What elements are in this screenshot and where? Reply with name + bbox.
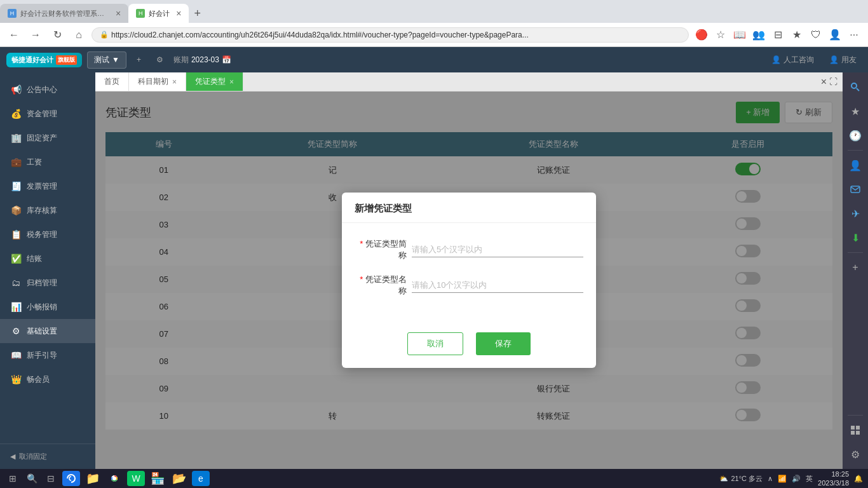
svg-rect-6	[856, 431, 860, 435]
url-box[interactable]: 🔒 https://cloud2.chanjet.com/accounting/…	[92, 27, 689, 43]
systray-caret[interactable]: ∧	[768, 475, 773, 483]
rp-history-btn[interactable]: 🕐	[846, 126, 865, 145]
taskbar-edge2[interactable]: e	[192, 471, 210, 486]
form-row-full: 凭证类型名称	[355, 274, 583, 297]
tab1-close[interactable]: ×	[116, 9, 121, 18]
tab2-close[interactable]: ×	[176, 9, 181, 18]
tab-voucher-close[interactable]: ×	[229, 78, 234, 86]
clock[interactable]: 18:25 2023/3/18	[818, 470, 849, 488]
workspace-name: 测试	[94, 55, 109, 65]
sidebar-item-guide[interactable]: 📖 新手引导	[0, 343, 95, 367]
home-button[interactable]: ⌂	[70, 26, 88, 44]
lang-indicator[interactable]: 英	[806, 474, 813, 484]
rp-user-btn[interactable]: 👤	[846, 156, 865, 175]
start-button[interactable]: ⊞	[5, 471, 20, 486]
form-row-short: 凭证类型简称	[355, 238, 583, 261]
tab-close-btn[interactable]: ×	[821, 76, 827, 88]
input-full-name[interactable]	[412, 278, 583, 293]
sidebar-item-fixed[interactable]: 🏢 固定资产	[0, 126, 95, 150]
weather-widget[interactable]: ⛅ 21°C 多云	[719, 474, 763, 484]
sidebar-label-notice: 公告中心	[27, 85, 57, 95]
split-btn[interactable]: ⊟	[769, 26, 787, 44]
sidebar-item-capital[interactable]: 💰 资金管理	[0, 102, 95, 126]
rp-download-btn[interactable]: ⬇	[846, 228, 865, 247]
svg-point-8	[112, 477, 116, 480]
save-button[interactable]: 保存	[476, 332, 531, 355]
sidebar-item-notice[interactable]: 📢 公告中心	[0, 78, 95, 102]
workspace-selector[interactable]: 测试 ▼	[87, 51, 126, 69]
bookmark-btn[interactable]: ☆	[712, 26, 729, 44]
extensions-btn[interactable]: 🔴	[693, 26, 710, 44]
sidebar-item-tax[interactable]: 📋 税务管理	[0, 222, 95, 247]
task-view-btn[interactable]: ⊟	[43, 471, 58, 486]
unpin-btn[interactable]: ◀ 取消固定	[5, 449, 90, 464]
main-layout: 📢 公告中心 💰 资金管理 🏢 固定资产 💼 工资 🧾 发票管理 📦 库存核算 …	[0, 72, 868, 469]
wifi-icon: 📶	[778, 475, 787, 483]
back-button[interactable]: ←	[5, 26, 23, 44]
tab-subject-close[interactable]: ×	[172, 78, 177, 86]
rp-msg-btn[interactable]: ✈	[846, 204, 865, 223]
rp-sep2	[848, 252, 863, 253]
calendar-icon[interactable]: 📅	[222, 55, 231, 64]
more-btn[interactable]: ···	[845, 26, 863, 44]
sidebar-item-settle[interactable]: ✅ 结账	[0, 247, 95, 271]
rp-settings-btn[interactable]: ⚙	[846, 445, 865, 464]
content-tab-subject[interactable]: 科目期初 ×	[129, 72, 186, 91]
consult-btn[interactable]: 👤 人工咨询	[766, 52, 819, 68]
user-btn[interactable]: 👤 用友	[824, 52, 862, 68]
svg-point-0	[851, 83, 857, 88]
taskbar-explorer[interactable]: 📁	[84, 471, 102, 486]
add-workspace-btn[interactable]: +	[132, 53, 146, 67]
sidebar-item-inventory[interactable]: 📦 库存核算	[0, 198, 95, 222]
notification-icon[interactable]: 🔔	[854, 475, 863, 483]
sidebar-footer: ◀ 取消固定	[0, 444, 95, 469]
taskbar-search[interactable]: 🔍	[24, 471, 39, 486]
tax-icon: 📋	[10, 229, 22, 240]
collect-btn[interactable]: 🛡	[807, 26, 825, 44]
browser-tab-1[interactable]: H 好会计云财务软件管理系统_会计 ×	[0, 4, 128, 23]
guide-icon: 📖	[10, 349, 22, 361]
taskbar-files[interactable]: 📂	[170, 471, 188, 486]
taskbar-store[interactable]: 🏪	[149, 471, 166, 486]
sidebar-item-archive[interactable]: 🗂 归档管理	[0, 271, 95, 295]
workspace-arrow: ▼	[112, 55, 119, 64]
consult-icon: 👤	[771, 55, 781, 64]
cancel-button[interactable]: 取消	[407, 332, 463, 355]
content-tab-home[interactable]: 首页	[95, 72, 129, 91]
readingview-btn[interactable]: 📖	[731, 26, 749, 44]
tab-subject-label: 科目期初	[138, 76, 168, 87]
sidebar-item-member[interactable]: 👑 畅会员	[0, 367, 95, 391]
forward-button[interactable]: →	[27, 26, 44, 44]
content-tab-voucher[interactable]: 凭证类型 ×	[186, 72, 243, 91]
profile-btn[interactable]: 👤	[826, 26, 844, 44]
input-short-name[interactable]	[412, 242, 583, 257]
rp-add-btn[interactable]: +	[846, 258, 865, 277]
rp-search-btn[interactable]	[846, 78, 865, 97]
settings-btn[interactable]: ⚙	[151, 53, 168, 67]
refresh-button[interactable]: ↻	[48, 26, 66, 44]
taskbar-chrome[interactable]	[105, 471, 123, 486]
fav-btn[interactable]: ★	[788, 26, 806, 44]
rp-sep1	[848, 150, 863, 151]
salary-icon: 💼	[10, 156, 22, 168]
logo-badge: 旗舰版	[56, 55, 77, 65]
sidebar-item-report[interactable]: 📊 小畅报销	[0, 295, 95, 319]
rp-grid-btn[interactable]	[846, 421, 865, 440]
taskbar-edge[interactable]	[62, 471, 80, 486]
browser-tab-2[interactable]: H 好会计 ×	[128, 4, 189, 23]
content-tabs: 首页 科目期初 × 凭证类型 × × ⛶	[95, 72, 843, 92]
sidebar-item-invoice[interactable]: 🧾 发票管理	[0, 174, 95, 198]
collab-btn[interactable]: 👥	[750, 26, 768, 44]
tab-bar: H 好会计云财务软件管理系统_会计 × H 好会计 × +	[0, 0, 868, 23]
tab-expand-btn[interactable]: ⛶	[829, 77, 837, 86]
notice-icon: 📢	[10, 84, 22, 95]
capital-icon: 💰	[10, 108, 22, 119]
rp-star-btn[interactable]: ★	[846, 102, 865, 121]
sidebar-item-salary[interactable]: 💼 工资	[0, 150, 95, 174]
svg-rect-5	[851, 431, 855, 435]
rp-outlook-btn[interactable]	[846, 180, 865, 199]
taskbar-wechat[interactable]: W	[127, 471, 145, 486]
sidebar-item-basic[interactable]: ⚙ 基础设置	[0, 319, 95, 343]
new-tab-button[interactable]: +	[189, 7, 206, 20]
logo-text: 畅捷通好会计	[11, 55, 53, 65]
